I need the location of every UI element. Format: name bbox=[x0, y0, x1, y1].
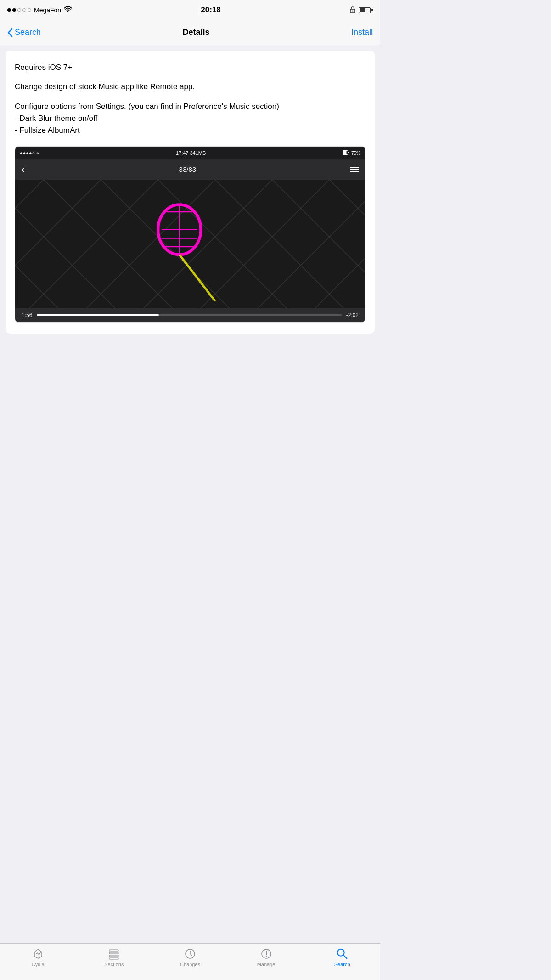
page-title: Details bbox=[182, 28, 209, 37]
mock-track-position: 33/83 bbox=[179, 165, 197, 173]
description-2: Configure options from Settings. (you ca… bbox=[15, 101, 365, 137]
signal-dot-1 bbox=[7, 8, 11, 12]
main-content: Requires iOS 7+ Change design of stock M… bbox=[0, 45, 380, 386]
navigation-bar: Search Details Install bbox=[0, 20, 380, 45]
time-remaining: -2:02 bbox=[346, 312, 359, 318]
mock-status-bar: ●●●●○ ≈ 17:47 341MB 75% bbox=[15, 147, 365, 159]
mock-battery-status: 75% bbox=[343, 150, 360, 156]
mock-menu-icon bbox=[350, 167, 359, 172]
svg-rect-3 bbox=[343, 151, 346, 154]
battery-indicator bbox=[359, 7, 373, 13]
description-1: Change design of stock Music app like Re… bbox=[15, 81, 365, 93]
svg-point-1 bbox=[352, 10, 353, 11]
description-text: Requires iOS 7+ Change design of stock M… bbox=[15, 62, 365, 137]
back-button[interactable]: Search bbox=[7, 28, 41, 37]
time-elapsed: 1:56 bbox=[22, 312, 32, 318]
signal-dots bbox=[7, 8, 31, 12]
signal-dot-5 bbox=[28, 8, 31, 12]
lock-icon bbox=[349, 6, 356, 15]
description-card: Requires iOS 7+ Change design of stock M… bbox=[6, 51, 375, 334]
status-left: MegaFon bbox=[7, 6, 72, 14]
svg-rect-11 bbox=[15, 180, 365, 308]
bottom-spacer bbox=[6, 339, 375, 380]
status-time: 20:18 bbox=[201, 6, 220, 15]
signal-dot-4 bbox=[22, 8, 26, 12]
requires-text: Requires iOS 7+ bbox=[15, 62, 365, 74]
screenshot-preview: ●●●●○ ≈ 17:47 341MB 75% ‹ 33/83 bbox=[15, 146, 365, 323]
progress-fill bbox=[37, 314, 158, 316]
install-button[interactable]: Install bbox=[351, 28, 373, 37]
mock-player-bar: 1:56 -2:02 bbox=[15, 308, 365, 322]
wifi-icon bbox=[64, 6, 72, 14]
mock-time-memory: 17:47 341MB bbox=[176, 150, 206, 156]
album-art: ChouCho DreamRiser bbox=[15, 180, 365, 308]
carrier-label: MegaFon bbox=[34, 6, 61, 14]
progress-bar bbox=[37, 314, 341, 316]
mock-nav-bar: ‹ 33/83 bbox=[15, 159, 365, 180]
signal-dot-3 bbox=[17, 8, 21, 12]
back-label: Search bbox=[15, 28, 41, 37]
signal-dot-2 bbox=[12, 8, 16, 12]
mock-back-icon: ‹ bbox=[22, 164, 25, 175]
mock-signal: ●●●●○ ≈ bbox=[20, 150, 39, 156]
status-right bbox=[349, 6, 373, 15]
status-bar: MegaFon 20:18 bbox=[0, 0, 380, 20]
